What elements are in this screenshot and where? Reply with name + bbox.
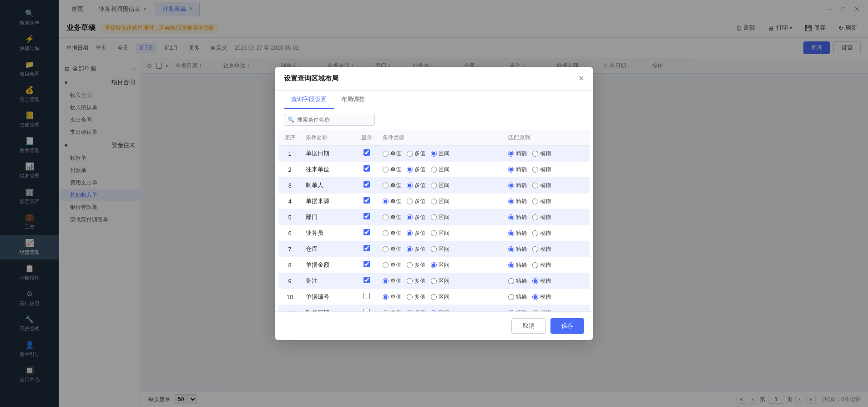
visible-checkbox[interactable] bbox=[363, 213, 370, 219]
cell-name: 部门 bbox=[301, 209, 355, 225]
visible-checkbox[interactable] bbox=[363, 261, 370, 267]
dialog-close-btn[interactable]: ✕ bbox=[578, 74, 584, 83]
visible-checkbox[interactable] bbox=[363, 197, 370, 204]
radio-range[interactable]: 区间 bbox=[431, 293, 449, 301]
radio-single[interactable]: 单值 bbox=[383, 261, 401, 269]
visible-checkbox[interactable] bbox=[363, 165, 370, 172]
radio-exact[interactable]: 精确 bbox=[508, 198, 527, 205]
cell-match: 精确模糊 bbox=[504, 257, 590, 273]
radio-range[interactable]: 区间 bbox=[431, 277, 449, 285]
radio-single[interactable]: 单值 bbox=[383, 277, 401, 285]
radio-range[interactable]: 区间 bbox=[431, 166, 449, 173]
radio-multiple[interactable]: 多值 bbox=[407, 261, 425, 269]
radio-fuzzy[interactable]: 模糊 bbox=[532, 150, 551, 158]
cell-visible bbox=[355, 193, 378, 207]
radio-exact[interactable]: 精确 bbox=[508, 229, 527, 237]
radio-exact[interactable]: 精确 bbox=[508, 150, 527, 158]
radio-multiple[interactable]: 多值 bbox=[407, 198, 425, 205]
cell-order: 2 bbox=[278, 162, 301, 178]
cell-type: 单值多值区间 bbox=[378, 209, 504, 225]
radio-exact[interactable]: 精确 bbox=[508, 261, 527, 269]
radio-single[interactable]: 单值 bbox=[383, 150, 401, 158]
radio-exact[interactable]: 精确 bbox=[508, 166, 527, 173]
cell-order: 6 bbox=[278, 225, 301, 241]
visible-checkbox[interactable] bbox=[363, 277, 370, 283]
radio-exact[interactable]: 精确 bbox=[508, 214, 527, 221]
radio-multiple[interactable]: 多值 bbox=[407, 245, 425, 253]
cell-name: 单据编号 bbox=[301, 289, 355, 305]
radio-range[interactable]: 区间 bbox=[431, 229, 449, 237]
radio-fuzzy[interactable]: 模糊 bbox=[532, 245, 551, 253]
cell-type: 单值多值区间 bbox=[378, 146, 504, 162]
radio-exact[interactable]: 精确 bbox=[508, 293, 527, 301]
radio-multiple[interactable]: 多值 bbox=[407, 293, 425, 301]
cell-name: 单据来源 bbox=[301, 193, 355, 209]
visible-checkbox[interactable] bbox=[363, 245, 370, 251]
radio-exact[interactable]: 精确 bbox=[508, 277, 527, 285]
cell-type: 单值多值区间 bbox=[378, 289, 504, 305]
search-wrap: 🔍 bbox=[284, 114, 375, 126]
dialog-tabs: 查询字段设置 布局调整 bbox=[275, 91, 593, 109]
radio-fuzzy[interactable]: 模糊 bbox=[532, 166, 551, 173]
tab-field-settings[interactable]: 查询字段设置 bbox=[284, 91, 334, 109]
search-icon: 🔍 bbox=[288, 117, 294, 123]
visible-checkbox[interactable] bbox=[363, 181, 370, 188]
radio-range[interactable]: 区间 bbox=[431, 245, 449, 253]
table-row: 8单据金额单值多值区间精确模糊 bbox=[278, 257, 590, 273]
radio-multiple[interactable]: 多值 bbox=[407, 229, 425, 237]
cell-type: 单值多值区间 bbox=[378, 162, 504, 178]
cell-visible bbox=[355, 241, 378, 255]
cell-visible bbox=[355, 305, 378, 311]
cell-name: 单据日期 bbox=[301, 146, 355, 162]
radio-single[interactable]: 单值 bbox=[383, 214, 401, 221]
radio-multiple[interactable]: 多值 bbox=[407, 150, 425, 158]
cancel-button[interactable]: 取消 bbox=[511, 318, 546, 334]
radio-single[interactable]: 单值 bbox=[383, 166, 401, 173]
radio-single[interactable]: 单值 bbox=[383, 182, 401, 189]
radio-fuzzy[interactable]: 模糊 bbox=[532, 182, 551, 189]
cell-name: 往来单位 bbox=[301, 162, 355, 178]
radio-range[interactable]: 区间 bbox=[431, 214, 449, 221]
tab-layout[interactable]: 布局调整 bbox=[334, 91, 372, 109]
cell-match: 精确模糊 bbox=[504, 146, 590, 162]
radio-fuzzy[interactable]: 模糊 bbox=[532, 277, 551, 285]
visible-checkbox[interactable] bbox=[363, 293, 370, 299]
radio-exact[interactable]: 精确 bbox=[508, 245, 527, 253]
visible-checkbox[interactable] bbox=[363, 149, 370, 156]
radio-fuzzy[interactable]: 模糊 bbox=[532, 198, 551, 205]
visible-checkbox[interactable] bbox=[363, 229, 370, 235]
radio-exact[interactable]: 精确 bbox=[508, 182, 527, 189]
radio-single[interactable]: 单值 bbox=[383, 245, 401, 253]
radio-multiple[interactable]: 多值 bbox=[407, 214, 425, 221]
radio-fuzzy[interactable]: 模糊 bbox=[532, 214, 551, 221]
cell-order: 10 bbox=[278, 289, 301, 305]
cell-visible bbox=[355, 209, 378, 223]
table-row: 1单据日期单值多值区间精确模糊 bbox=[278, 146, 590, 162]
cell-order: 9 bbox=[278, 273, 301, 289]
radio-multiple[interactable]: 多值 bbox=[407, 166, 425, 173]
radio-single[interactable]: 单值 bbox=[383, 229, 401, 237]
cell-order: 3 bbox=[278, 178, 301, 193]
dialog-search-area: 🔍 bbox=[275, 109, 593, 130]
radio-range[interactable]: 区间 bbox=[431, 261, 449, 269]
radio-multiple[interactable]: 多值 bbox=[407, 277, 425, 285]
table-row: 3制单人单值多值区间精确模糊 bbox=[278, 178, 590, 193]
cell-match: 精确模糊 bbox=[504, 241, 590, 257]
radio-single[interactable]: 单值 bbox=[383, 293, 401, 301]
dialog-overlay: 设置查询区域布局 ✕ 查询字段设置 布局调整 🔍 顺序 条件名称 bbox=[0, 0, 868, 407]
radio-range[interactable]: 区间 bbox=[431, 198, 449, 205]
condition-search-input[interactable] bbox=[284, 114, 375, 126]
dialog-body: 查询字段设置 布局调整 🔍 顺序 条件名称 显示 条件类型 bbox=[275, 91, 593, 311]
radio-fuzzy[interactable]: 模糊 bbox=[532, 261, 551, 269]
save-button[interactable]: 保存 bbox=[550, 318, 584, 334]
radio-range[interactable]: 区间 bbox=[431, 182, 449, 189]
table-row: 11制单日期单值多值区间精确模糊 bbox=[278, 305, 590, 312]
radio-single[interactable]: 单值 bbox=[383, 198, 401, 205]
radio-range[interactable]: 区间 bbox=[431, 150, 449, 158]
radio-fuzzy[interactable]: 模糊 bbox=[532, 229, 551, 237]
cell-match: 精确模糊 bbox=[504, 305, 590, 312]
radio-fuzzy[interactable]: 模糊 bbox=[532, 293, 551, 301]
radio-multiple[interactable]: 多值 bbox=[407, 182, 425, 189]
cell-name: 业务员 bbox=[301, 225, 355, 241]
cell-match: 精确模糊 bbox=[504, 193, 590, 209]
